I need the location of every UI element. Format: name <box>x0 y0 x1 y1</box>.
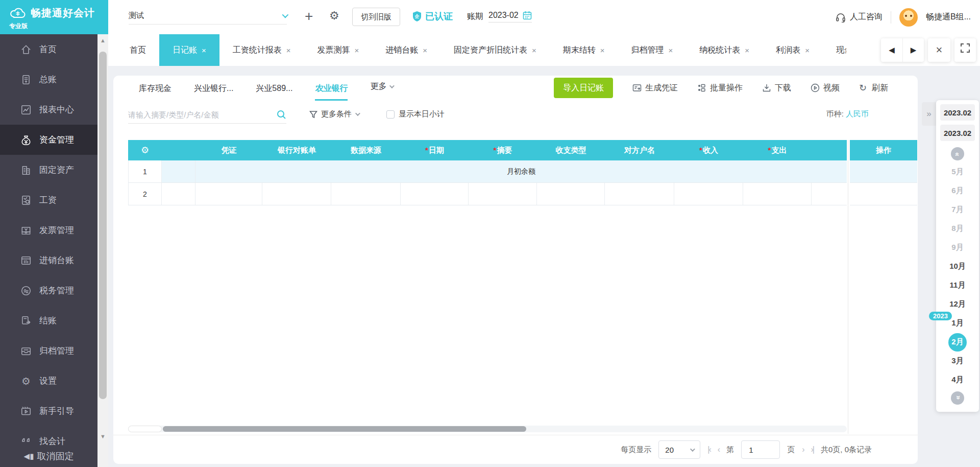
account-tab-more[interactable]: 更多 <box>370 77 393 101</box>
cell-voucher[interactable] <box>195 183 262 205</box>
sidebar-item-settings[interactable]: ⚙设置 <box>0 366 108 396</box>
tab-tax-report[interactable]: 纳税统计表× <box>686 34 763 66</box>
month-item[interactable]: 8月 <box>942 219 973 238</box>
close-icon[interactable]: × <box>745 46 749 55</box>
close-all-tabs-button[interactable]: × <box>928 38 950 62</box>
page-number-input[interactable] <box>741 440 780 459</box>
period-picker[interactable]: 2023-02 <box>488 11 532 22</box>
sidebar-item-purchase-sales-ledger[interactable]: 进销台账 <box>0 245 108 275</box>
import-journal-button[interactable]: 导入日记账 <box>554 78 613 98</box>
search-input[interactable] <box>128 110 261 119</box>
cell-income[interactable] <box>674 183 743 205</box>
close-icon[interactable]: × <box>286 46 291 55</box>
settings-gear-icon[interactable]: ⚙ <box>329 10 339 21</box>
tab-invoice-calc[interactable]: 发票测算× <box>304 34 373 66</box>
tab-salary-report[interactable]: 工资统计报表× <box>219 34 304 66</box>
operation-cell[interactable] <box>850 183 917 205</box>
close-icon[interactable]: × <box>669 46 673 55</box>
account-tab-cib-bank[interactable]: 兴业银行... <box>194 77 233 101</box>
prev-page-button[interactable]: ‹ <box>718 445 719 454</box>
row-checkbox-cell[interactable] <box>162 160 195 182</box>
cell-data-source[interactable] <box>331 183 401 205</box>
sidebar-item-beginner-guide[interactable]: 新手引导 <box>0 396 108 426</box>
per-page-select[interactable]: 20 <box>658 440 700 459</box>
month-item[interactable]: 5月 <box>942 162 973 181</box>
close-icon[interactable]: × <box>202 46 206 55</box>
sidebar-item-home[interactable]: 首页 <box>0 34 108 64</box>
tab-purchase-sales[interactable]: 进销台账× <box>372 34 440 66</box>
month-item[interactable]: 6月 <box>942 181 973 200</box>
month-item[interactable]: 11月 <box>942 276 973 295</box>
sidebar-item-funds-management[interactable]: 资金管理 <box>0 125 108 155</box>
certified-badge[interactable]: 企 已认证 <box>412 10 453 22</box>
close-icon[interactable]: × <box>423 46 427 55</box>
months-scroll-down-button[interactable]: « <box>951 391 964 405</box>
account-tab-cash[interactable]: 库存现金 <box>139 77 172 101</box>
unpin-sidebar-button[interactable]: ◀▮ 取消固定 <box>0 446 97 467</box>
sidebar-item-invoice-management[interactable]: 发票管理 <box>0 215 108 245</box>
first-page-button[interactable]: |‹ <box>707 445 710 454</box>
tab-cash-truncated[interactable]: 现金 <box>823 34 846 66</box>
period-box[interactable]: 2023.02 <box>940 125 975 141</box>
tab-depreciation-report[interactable]: 固定资产折旧统计表× <box>440 34 550 66</box>
month-item[interactable]: 4月 <box>942 370 973 389</box>
tab-journal[interactable]: 日记账× <box>159 34 219 66</box>
video-button[interactable]: 视频 <box>811 83 840 94</box>
close-icon[interactable]: × <box>355 46 359 55</box>
month-item[interactable]: 9月 <box>942 238 973 257</box>
account-tab-cib-589[interactable]: 兴业589... <box>256 77 292 101</box>
account-tab-agri-bank[interactable]: 农业银行 <box>315 77 348 101</box>
sidebar-item-closing[interactable]: 结账 <box>0 306 108 336</box>
tab-period-end[interactable]: 期末结转× <box>550 34 618 66</box>
month-item[interactable]: 12月 <box>942 295 973 314</box>
company-select[interactable]: 测试 <box>129 7 287 25</box>
batch-operation-button[interactable]: 批量操作 <box>697 83 743 94</box>
sidebar-item-general-ledger[interactable]: 总账 <box>0 64 108 95</box>
cell-summary[interactable] <box>469 183 537 205</box>
scroll-tabs-left-button[interactable]: ◀ <box>881 38 902 62</box>
download-button[interactable]: 下载 <box>762 83 791 94</box>
collapse-date-rail-button[interactable]: » <box>922 102 936 126</box>
currency-value[interactable]: 人民币 <box>846 109 869 118</box>
month-item[interactable]: 7月 <box>942 200 973 219</box>
cell-date[interactable] <box>401 183 469 205</box>
column-settings-gear-icon[interactable]: ⚙ <box>128 145 162 156</box>
tab-home[interactable]: 首页 <box>116 34 159 66</box>
show-daily-subtotal[interactable]: 显示本日小计 <box>386 109 445 119</box>
sidebar-item-salary[interactable]: 工资 <box>0 185 108 215</box>
sidebar-item-archive-management[interactable]: 归档管理 <box>0 336 108 366</box>
scroll-down-icon[interactable]: ▼ <box>97 433 108 439</box>
add-account-set-button[interactable]: + <box>305 9 313 24</box>
generate-voucher-button[interactable]: 生成凭证 <box>632 83 678 94</box>
sidebar-scrollbar[interactable]: ▲ ▼ <box>97 34 108 467</box>
table-row[interactable]: 1 月初余额 <box>128 160 847 183</box>
month-item[interactable]: 10月 <box>942 257 973 276</box>
close-icon[interactable]: × <box>600 46 605 55</box>
cell-bank-statement[interactable] <box>262 183 331 205</box>
scroll-tabs-right-button[interactable]: ▶ <box>902 38 924 62</box>
month-item[interactable]: 3月 <box>942 352 973 370</box>
tab-profit-statement[interactable]: 利润表× <box>763 34 823 66</box>
user-name[interactable]: 畅捷通B组... <box>926 12 971 22</box>
close-icon[interactable]: × <box>805 46 810 55</box>
close-icon[interactable]: × <box>532 46 536 55</box>
cell-expense[interactable] <box>743 183 812 205</box>
row-checkbox-cell[interactable] <box>162 183 195 205</box>
cell-counterparty[interactable] <box>605 183 674 205</box>
support-link[interactable]: 人工咨询 <box>836 12 883 22</box>
refresh-button[interactable]: ↻刷新 <box>859 83 888 94</box>
scroll-up-icon[interactable]: ▲ <box>97 37 108 43</box>
sidebar-scroll-thumb[interactable] <box>99 52 107 399</box>
daily-subtotal-checkbox[interactable] <box>386 110 395 119</box>
horizontal-scroll-thumb[interactable] <box>163 426 526 432</box>
next-page-button[interactable]: › <box>802 445 803 454</box>
user-avatar[interactable] <box>899 8 918 27</box>
more-conditions-button[interactable]: 更多条件 <box>309 109 359 119</box>
months-scroll-up-button[interactable]: « <box>951 147 964 160</box>
switch-old-version-button[interactable]: 切到旧版 <box>352 8 400 26</box>
fullscreen-button[interactable] <box>954 38 976 62</box>
cell-inout-type[interactable] <box>537 183 605 205</box>
sidebar-item-report-center[interactable]: 报表中心 <box>0 95 108 125</box>
search-icon[interactable] <box>277 110 286 120</box>
table-row[interactable]: 2 <box>128 183 847 205</box>
